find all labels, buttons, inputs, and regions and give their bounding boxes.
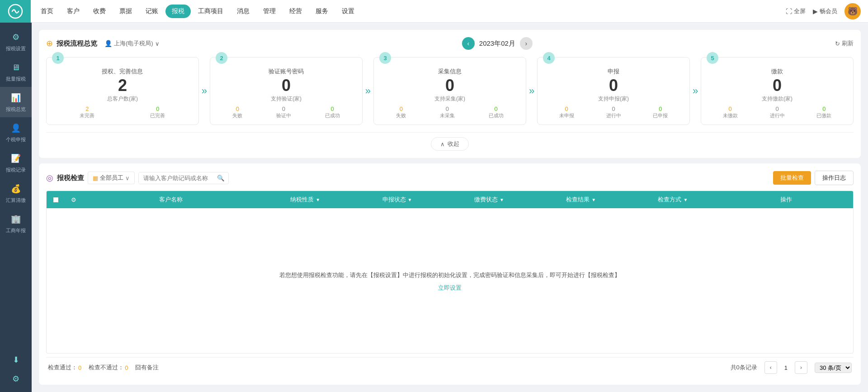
step3-stat1-val[interactable]: 0 <box>396 105 406 112</box>
setup-link[interactable]: 立即设置 <box>438 284 462 292</box>
select-all-checkbox[interactable] <box>53 197 59 203</box>
step3-stat1-label: 失败 <box>396 112 406 119</box>
step2-stat3-val[interactable]: 0 <box>325 105 340 112</box>
staff-selector[interactable]: ▦ 全部员工 ∨ <box>88 172 135 184</box>
sidebar-item-settlement[interactable]: 💰 汇算清缴 <box>0 178 32 208</box>
sidebar-item-personal-tax[interactable]: 👤 个税申报 <box>0 117 32 148</box>
nav-manage[interactable]: 管理 <box>257 5 282 18</box>
settings-icon: ⚙ <box>12 374 19 384</box>
prev-page-btn[interactable]: ‹ <box>764 361 777 374</box>
col-check-method[interactable]: 检查方式 ▼ <box>627 191 719 208</box>
refresh-btn[interactable]: ↻ 刷新 <box>835 39 854 48</box>
fullscreen-btn[interactable]: ⛶ 全屏 <box>786 7 806 15</box>
flow-card-4: 4 申报 0 支持申报(家) 0 未申报 0 进行中 <box>537 57 690 125</box>
pass-count: 检查通过： 0 <box>48 363 81 372</box>
nav-tax[interactable]: 报税 <box>165 5 191 18</box>
circle-plus-icon: ⊕ <box>46 38 53 48</box>
chevron-down-icon: ∨ <box>155 40 160 47</box>
step1-stat1-val[interactable]: 2 <box>80 105 94 112</box>
step4-stat2-val[interactable]: 0 <box>606 105 621 112</box>
sidebar-item-tax-settings[interactable]: ⚙ 报税设置 <box>0 26 32 57</box>
pass-val[interactable]: 0 <box>78 364 81 371</box>
flow-arrow-2: » <box>363 85 373 97</box>
nav-operation[interactable]: 经营 <box>283 5 308 18</box>
col-payment-status[interactable]: 缴费状态 ▼ <box>443 191 535 208</box>
tax-check-card: ◎ 报税检查 ▦ 全部员工 ∨ 🔍 批量检查 操作日志 <box>39 163 861 385</box>
prev-month-btn[interactable]: ‹ <box>462 37 475 50</box>
step-badge-2: 2 <box>216 52 227 64</box>
vip-icon: ▶ <box>813 8 818 15</box>
step4-title: 申报 <box>543 67 684 76</box>
sidebar-item-annual-report[interactable]: 🏢 工商年报 <box>0 208 32 239</box>
step-badge-4: 4 <box>543 52 555 64</box>
collapse-btn[interactable]: ∧ 收起 <box>431 137 469 151</box>
col-declaration-status[interactable]: 申报状态 ▼ <box>351 191 443 208</box>
collapse-bar: ∧ 收起 <box>46 132 854 151</box>
sidebar-download-btn[interactable]: ⬇ <box>0 350 32 369</box>
step4-stat1-val[interactable]: 0 <box>559 105 574 112</box>
mascot[interactable]: 🐻 <box>844 3 861 19</box>
checkbox-header[interactable] <box>47 191 65 208</box>
nav-business[interactable]: 工商项目 <box>192 5 230 18</box>
col-tax-nature[interactable]: 纳税性质 ▼ <box>259 191 351 208</box>
nav-message[interactable]: 消息 <box>231 5 256 18</box>
operation-log-btn[interactable]: 操作日志 <box>815 171 854 185</box>
logo[interactable] <box>0 0 31 23</box>
check-title-icon: ◎ <box>46 173 53 183</box>
step5-stat3-val[interactable]: 0 <box>816 105 831 112</box>
nav-invoice[interactable]: 票据 <box>113 5 138 18</box>
nav-home[interactable]: 首页 <box>34 5 60 18</box>
flow-arrow-1: » <box>199 85 210 97</box>
sidebar-settings-btn[interactable]: ⚙ <box>0 369 32 388</box>
col-operation: 操作 <box>719 191 853 208</box>
search-input[interactable] <box>139 172 213 184</box>
col-check-result[interactable]: 检查结果 ▼ <box>535 191 627 208</box>
nav-settings[interactable]: 设置 <box>335 5 361 18</box>
search-button[interactable]: 🔍 <box>213 175 228 182</box>
logo-icon <box>8 4 23 19</box>
org-selector[interactable]: 👤 上海(电子税局) ∨ <box>104 39 160 48</box>
flow-arrow-3: » <box>526 85 537 97</box>
nav-fee[interactable]: 收费 <box>87 5 112 18</box>
step5-subtitle: 支持缴款(家) <box>707 95 848 103</box>
sidebar-item-tax-records[interactable]: 📝 报税记录 <box>0 148 32 178</box>
step3-stat3-val[interactable]: 0 <box>489 105 504 112</box>
step2-stat2-val[interactable]: 0 <box>276 105 291 112</box>
next-month-btn[interactable]: › <box>520 37 533 50</box>
batch-tax-icon: 🖥 <box>9 61 22 74</box>
personal-tax-icon: 👤 <box>9 122 22 134</box>
per-page-select[interactable]: 30 条/页 <box>815 363 852 373</box>
batch-check-btn[interactable]: 批量检查 <box>773 171 811 185</box>
step1-stat2-label: 已完善 <box>150 112 165 119</box>
vip-btn[interactable]: ▶ 畅会员 <box>813 7 837 15</box>
search-box: 🔍 <box>138 172 229 184</box>
step3-stat2-val[interactable]: 0 <box>440 105 455 112</box>
step-badge-5: 5 <box>707 52 718 64</box>
filter-icon-4: ▼ <box>591 197 596 202</box>
nav-accounting[interactable]: 记账 <box>139 5 165 18</box>
step5-count: 0 <box>707 76 848 95</box>
mascot-icon: 🐻 <box>848 6 858 16</box>
staff-icon: ▦ <box>93 175 98 182</box>
fail-count: 检查不通过： 0 <box>89 363 128 372</box>
nav-service[interactable]: 服务 <box>309 5 335 18</box>
step5-stat1-val[interactable]: 0 <box>723 105 738 112</box>
empty-hint-text: 若您想使用报税检查功能，请先在【报税设置】中进行报税的初始化设置，完成密码验证和… <box>279 269 620 281</box>
step5-stat2-val[interactable]: 0 <box>770 105 785 112</box>
sidebar-item-tax-overview[interactable]: 📊 报税总览 <box>0 87 32 117</box>
gear-header[interactable]: ⚙ <box>65 191 83 208</box>
month-nav: ‹ 2023年02月 › <box>462 37 533 50</box>
nav-customer[interactable]: 客户 <box>61 5 86 18</box>
fullscreen-icon: ⛶ <box>786 8 792 15</box>
step2-stat1-val[interactable]: 0 <box>232 105 242 112</box>
nav-menu: 首页 客户 收费 票据 记账 报税 工商项目 消息 管理 经营 服务 设置 <box>31 5 786 18</box>
next-page-btn[interactable]: › <box>795 361 807 374</box>
flow-card-1: 1 授权、完善信息 2 总客户数(家) 2 未完善 0 已完善 <box>46 57 199 125</box>
dropdown-icon: ∨ <box>125 175 130 182</box>
fail-val[interactable]: 0 <box>125 364 128 371</box>
step3-stat3-label: 已成功 <box>489 112 504 119</box>
flow-card-3: 3 采集信息 0 支持采集(家) 0 失败 0 未采集 <box>373 57 526 125</box>
sidebar-item-batch-tax[interactable]: 🖥 批量报税 <box>0 57 32 87</box>
step1-stat2-val[interactable]: 0 <box>150 105 165 112</box>
step4-stat3-val[interactable]: 0 <box>653 105 668 112</box>
